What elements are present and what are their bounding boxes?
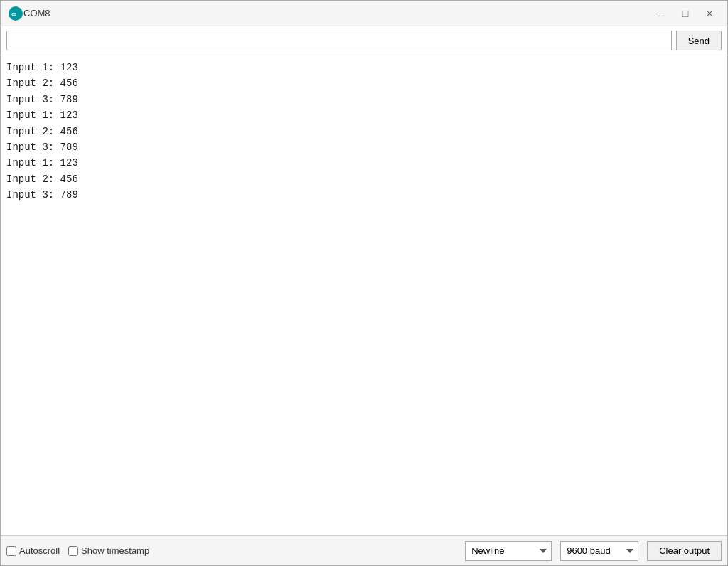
newline-dropdown-group: No line endingNewlineCarriage returnBoth… xyxy=(465,541,552,561)
serial-input[interactable] xyxy=(6,31,672,50)
newline-select[interactable]: No line endingNewlineCarriage returnBoth… xyxy=(465,541,552,561)
close-button[interactable]: × xyxy=(699,6,720,21)
output-line: Input 3: 789 xyxy=(6,139,722,155)
timestamp-label[interactable]: Show timestamp xyxy=(81,545,149,556)
autoscroll-checkbox[interactable] xyxy=(6,546,16,556)
output-line: Input 2: 456 xyxy=(6,75,722,91)
baud-select[interactable]: 300 baud1200 baud2400 baud4800 baud9600 … xyxy=(560,541,638,561)
autoscroll-label[interactable]: Autoscroll xyxy=(19,545,60,556)
svg-text:∞: ∞ xyxy=(11,10,16,18)
serial-monitor-window: ∞ COM8 − □ × Send Input 1: 123Input 2: 4… xyxy=(0,0,728,566)
title-bar: ∞ COM8 − □ × xyxy=(1,1,727,26)
send-button[interactable]: Send xyxy=(676,31,722,50)
serial-output-area[interactable]: Input 1: 123Input 2: 456Input 3: 789Inpu… xyxy=(1,55,727,535)
timestamp-group: Show timestamp xyxy=(68,545,149,556)
bottom-bar: Autoscroll Show timestamp No line ending… xyxy=(1,535,727,565)
window-title: COM8 xyxy=(23,8,651,18)
arduino-logo-icon: ∞ xyxy=(8,6,23,21)
output-line: Input 1: 123 xyxy=(6,60,722,75)
output-line: Input 1: 123 xyxy=(6,155,722,171)
maximize-button[interactable]: □ xyxy=(675,6,696,21)
output-line: Input 2: 456 xyxy=(6,124,722,139)
output-line: Input 1: 123 xyxy=(6,107,722,123)
minimize-button[interactable]: − xyxy=(651,6,672,21)
timestamp-checkbox[interactable] xyxy=(68,546,78,556)
output-line: Input 2: 456 xyxy=(6,171,722,187)
baud-dropdown-group: 300 baud1200 baud2400 baud4800 baud9600 … xyxy=(560,541,638,561)
autoscroll-group: Autoscroll xyxy=(6,545,60,556)
output-line: Input 3: 789 xyxy=(6,92,722,107)
window-controls: − □ × xyxy=(651,6,720,21)
clear-output-button[interactable]: Clear output xyxy=(647,541,722,561)
output-line: Input 3: 789 xyxy=(6,187,722,203)
input-bar: Send xyxy=(1,26,727,55)
